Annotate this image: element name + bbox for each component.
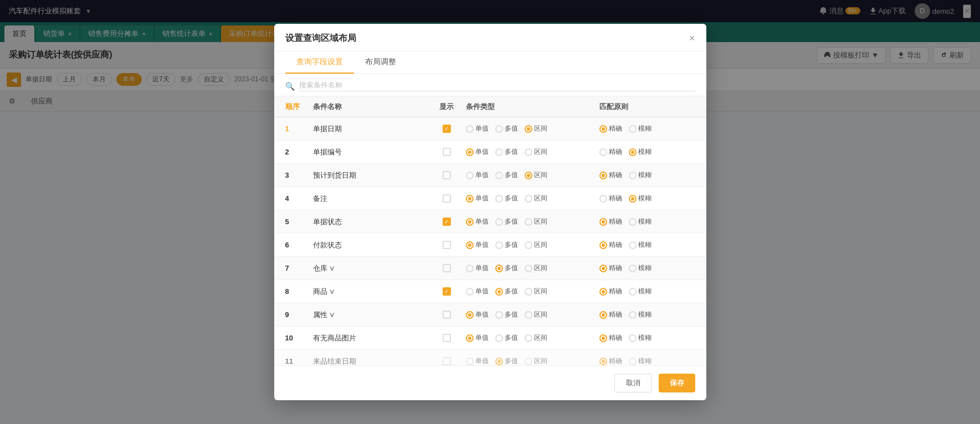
match-exact[interactable]: 精确 — [599, 263, 622, 273]
type-range[interactable]: 区间 — [525, 263, 547, 273]
type-single[interactable]: 单值 — [466, 287, 489, 296]
tab-query-fields[interactable]: 查询字段设置 — [285, 51, 354, 74]
match-fuzzy[interactable]: 模糊 — [629, 240, 651, 250]
cancel-button[interactable]: 取消 — [614, 374, 652, 392]
type-range[interactable]: 区间 — [525, 287, 547, 296]
type-single[interactable]: 单值 — [466, 217, 489, 226]
radio-multi[interactable] — [495, 265, 503, 272]
match-fuzzy[interactable]: 模糊 — [629, 356, 651, 365]
radio-fuzzy[interactable] — [629, 241, 637, 249]
type-multi[interactable]: 多值 — [495, 356, 518, 365]
row-show[interactable] — [427, 287, 466, 296]
radio-multi[interactable] — [495, 311, 503, 319]
radio-exact[interactable] — [599, 265, 607, 272]
radio-fuzzy[interactable] — [629, 218, 637, 226]
radio-single[interactable] — [466, 125, 474, 133]
match-fuzzy[interactable]: 模糊 — [629, 194, 651, 203]
radio-multi[interactable] — [495, 241, 503, 249]
radio-exact[interactable] — [599, 311, 607, 319]
type-range[interactable]: 区间 — [525, 333, 547, 343]
show-checkbox[interactable] — [443, 148, 451, 156]
type-range[interactable]: 区间 — [525, 217, 547, 226]
show-checkbox[interactable] — [443, 241, 451, 249]
radio-exact[interactable] — [599, 334, 607, 342]
type-single[interactable]: 单值 — [466, 263, 489, 273]
show-checkbox[interactable] — [443, 287, 451, 296]
radio-single[interactable] — [466, 288, 474, 296]
type-multi[interactable]: 多值 — [495, 287, 518, 296]
type-range[interactable]: 区间 — [525, 194, 547, 203]
type-range[interactable]: 区间 — [525, 124, 547, 133]
radio-single[interactable] — [466, 311, 474, 319]
radio-range[interactable] — [525, 148, 532, 156]
match-exact[interactable]: 精确 — [599, 240, 622, 250]
radio-range[interactable] — [525, 288, 532, 296]
match-exact[interactable]: 精确 — [599, 170, 622, 180]
type-single[interactable]: 单值 — [466, 147, 489, 157]
show-checkbox[interactable] — [443, 125, 451, 133]
type-range[interactable]: 区间 — [525, 170, 547, 180]
match-fuzzy[interactable]: 模糊 — [629, 310, 651, 319]
radio-single[interactable] — [466, 148, 474, 156]
radio-fuzzy[interactable] — [629, 148, 637, 156]
type-multi[interactable]: 多值 — [495, 124, 518, 133]
radio-exact[interactable] — [599, 288, 607, 296]
radio-multi[interactable] — [495, 288, 503, 296]
type-multi[interactable]: 多值 — [495, 147, 518, 157]
match-exact[interactable]: 精确 — [599, 217, 622, 226]
match-fuzzy[interactable]: 模糊 — [629, 124, 651, 133]
dialog-close-button[interactable]: × — [689, 33, 695, 44]
show-checkbox[interactable] — [443, 357, 451, 365]
row-show[interactable] — [427, 194, 466, 203]
type-single[interactable]: 单值 — [466, 333, 489, 343]
match-fuzzy[interactable]: 模糊 — [629, 217, 651, 226]
type-single[interactable]: 单值 — [466, 240, 489, 250]
type-multi[interactable]: 多值 — [495, 310, 518, 319]
radio-exact[interactable] — [599, 218, 607, 226]
radio-single[interactable] — [466, 195, 474, 203]
tab-layout-adjust[interactable]: 布局调整 — [354, 51, 407, 74]
type-single[interactable]: 单值 — [466, 310, 489, 319]
type-single[interactable]: 单值 — [466, 356, 489, 365]
radio-exact[interactable] — [599, 195, 607, 203]
radio-multi[interactable] — [495, 125, 503, 133]
radio-fuzzy[interactable] — [629, 125, 637, 133]
radio-single[interactable] — [466, 218, 474, 226]
type-single[interactable]: 单值 — [466, 194, 489, 203]
radio-single[interactable] — [466, 358, 474, 365]
type-range[interactable]: 区间 — [525, 310, 547, 319]
radio-exact[interactable] — [599, 241, 607, 249]
radio-range[interactable] — [525, 265, 532, 272]
show-checkbox[interactable] — [443, 334, 451, 342]
radio-fuzzy[interactable] — [629, 265, 637, 272]
radio-multi[interactable] — [495, 172, 503, 179]
row-show[interactable] — [427, 334, 466, 342]
type-multi[interactable]: 多值 — [495, 194, 518, 203]
radio-multi[interactable] — [495, 195, 503, 203]
radio-range[interactable] — [525, 358, 532, 365]
radio-range[interactable] — [525, 241, 532, 249]
type-range[interactable]: 区间 — [525, 356, 547, 365]
radio-fuzzy[interactable] — [629, 358, 637, 365]
row-show[interactable] — [427, 125, 466, 133]
match-fuzzy[interactable]: 模糊 — [629, 170, 651, 180]
type-single[interactable]: 单值 — [466, 170, 489, 180]
match-fuzzy[interactable]: 模糊 — [629, 333, 651, 343]
radio-range[interactable] — [525, 125, 532, 133]
match-fuzzy[interactable]: 模糊 — [629, 147, 651, 157]
radio-range[interactable] — [525, 218, 532, 226]
radio-multi[interactable] — [495, 358, 503, 365]
save-button[interactable]: 保存 — [659, 374, 695, 392]
row-show[interactable] — [427, 357, 466, 365]
radio-single[interactable] — [466, 265, 474, 272]
match-exact[interactable]: 精确 — [599, 194, 622, 203]
radio-fuzzy[interactable] — [629, 334, 637, 342]
search-input[interactable] — [299, 81, 695, 91]
row-show[interactable] — [427, 264, 466, 272]
match-fuzzy[interactable]: 模糊 — [629, 287, 651, 296]
type-multi[interactable]: 多值 — [495, 263, 518, 273]
type-multi[interactable]: 多值 — [495, 333, 518, 343]
radio-single[interactable] — [466, 241, 474, 249]
radio-range[interactable] — [525, 334, 532, 342]
radio-multi[interactable] — [495, 218, 503, 226]
